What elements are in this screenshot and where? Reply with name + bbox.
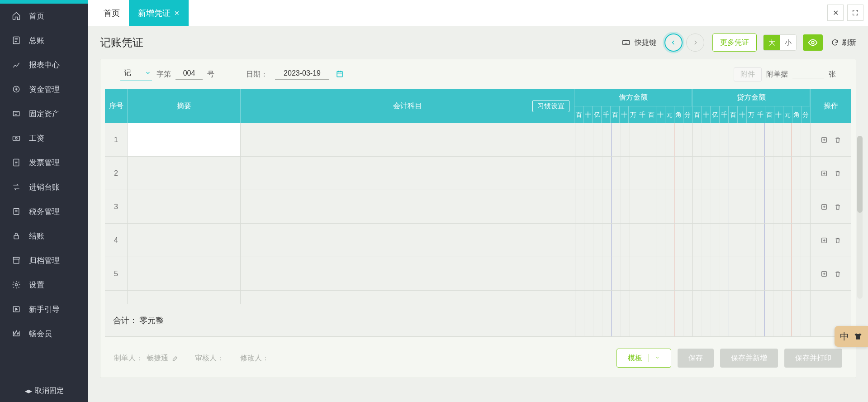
nav-home[interactable]: 首页 bbox=[0, 4, 88, 28]
summary-cell[interactable] bbox=[128, 224, 241, 257]
voucher-type-select[interactable]: 记 bbox=[120, 68, 152, 81]
nav-vip[interactable]: 畅会员 bbox=[0, 321, 88, 346]
attachment-area: 附件 附单据 张 bbox=[734, 67, 836, 81]
save-new-button[interactable]: 保存并新增 bbox=[720, 349, 778, 368]
unit-cell: 十 bbox=[738, 106, 747, 123]
account-cell[interactable] bbox=[241, 291, 575, 304]
summary-input[interactable] bbox=[128, 291, 240, 304]
summary-input[interactable] bbox=[128, 224, 240, 257]
credit-cell[interactable] bbox=[693, 224, 811, 257]
add-row-icon[interactable] bbox=[821, 136, 828, 144]
chevron-down-icon[interactable] bbox=[649, 354, 660, 362]
summary-cell[interactable] bbox=[128, 123, 241, 156]
nav-invoice[interactable]: 发票管理 bbox=[0, 150, 88, 175]
template-button[interactable]: 模板 bbox=[617, 349, 671, 368]
delete-row-icon[interactable] bbox=[834, 203, 841, 211]
table-row[interactable]: 2 bbox=[105, 157, 851, 190]
nav-archive[interactable]: 归档管理 bbox=[0, 248, 88, 273]
page-header: 记账凭证 快捷键 更多凭证 大 小 刷新 bbox=[88, 26, 868, 59]
debit-cell[interactable] bbox=[575, 291, 693, 304]
voucher-number-input[interactable]: 004 bbox=[175, 69, 203, 80]
th-seq: 序号 bbox=[105, 89, 128, 123]
account-cell[interactable] bbox=[241, 123, 575, 156]
add-row-icon[interactable] bbox=[821, 237, 828, 244]
summary-input[interactable] bbox=[128, 157, 240, 190]
delete-row-icon[interactable] bbox=[834, 237, 841, 244]
debit-cell[interactable] bbox=[575, 257, 693, 290]
calendar-button[interactable] bbox=[336, 70, 344, 80]
debit-cell[interactable] bbox=[575, 123, 693, 156]
add-row-icon[interactable] bbox=[821, 170, 828, 177]
nav-reports[interactable]: 报表中心 bbox=[0, 53, 88, 77]
shortcut-button[interactable]: 快捷键 bbox=[621, 38, 656, 48]
account-cell[interactable] bbox=[241, 224, 575, 257]
scrollbar[interactable] bbox=[857, 136, 863, 299]
delete-row-icon[interactable] bbox=[834, 170, 841, 177]
attach-count-input[interactable] bbox=[792, 71, 824, 78]
nav-tax[interactable]: 税务管理 bbox=[0, 199, 88, 224]
attach-button[interactable]: 附件 bbox=[734, 67, 762, 81]
nav-salary[interactable]: 工资 bbox=[0, 126, 88, 150]
nav-settings[interactable]: 设置 bbox=[0, 273, 88, 297]
refresh-button[interactable]: 刷新 bbox=[831, 38, 856, 48]
summary-cell[interactable] bbox=[128, 190, 241, 223]
voucher-date-input[interactable]: 2023-03-19 bbox=[275, 69, 329, 80]
debit-cell[interactable] bbox=[575, 190, 693, 223]
credit-cell[interactable] bbox=[693, 257, 811, 290]
tabs-close-button[interactable]: ✕ bbox=[827, 5, 844, 21]
add-row-icon[interactable] bbox=[821, 203, 828, 211]
summary-cell[interactable] bbox=[128, 157, 241, 190]
size-big[interactable]: 大 bbox=[764, 35, 780, 50]
summary-input[interactable] bbox=[128, 190, 240, 223]
table-row[interactable]: 6 bbox=[105, 291, 851, 304]
summary-input[interactable] bbox=[128, 257, 240, 290]
attach-label: 附单据 bbox=[766, 70, 788, 79]
table-row[interactable]: 4 bbox=[105, 224, 851, 257]
save-button[interactable]: 保存 bbox=[678, 349, 714, 368]
scrollbar-thumb[interactable] bbox=[857, 136, 863, 213]
nav-funds[interactable]: 资金管理 bbox=[0, 77, 88, 101]
fullscreen-button[interactable] bbox=[847, 5, 863, 21]
summary-cell[interactable] bbox=[128, 291, 241, 304]
sidebar-unpin[interactable]: ◂▸ 取消固定 bbox=[0, 379, 88, 402]
credit-cell[interactable] bbox=[693, 123, 811, 156]
nav-guide[interactable]: 新手引导 bbox=[0, 297, 88, 321]
credit-units: 百十亿千百十万千百十元角分 bbox=[693, 106, 810, 123]
nav-inout[interactable]: 进销台账 bbox=[0, 175, 88, 199]
account-cell[interactable] bbox=[241, 257, 575, 290]
unit-cell: 分 bbox=[683, 106, 692, 123]
tab-home[interactable]: 首页 bbox=[95, 0, 129, 26]
more-voucher-button[interactable]: 更多凭证 bbox=[712, 34, 757, 52]
nav-label: 工资 bbox=[29, 133, 44, 144]
delete-row-icon[interactable] bbox=[834, 136, 841, 144]
habit-settings-button[interactable]: 习惯设置 bbox=[532, 100, 569, 112]
debit-cell[interactable] bbox=[575, 224, 693, 257]
summary-input[interactable] bbox=[128, 123, 240, 156]
table-row[interactable]: 3 bbox=[105, 190, 851, 224]
size-small[interactable]: 小 bbox=[780, 35, 796, 50]
account-cell[interactable] bbox=[241, 190, 575, 223]
nav-close[interactable]: 结账 bbox=[0, 224, 88, 248]
voucher-type-value: 记 bbox=[124, 68, 131, 78]
nav-assets[interactable]: 固定资产 bbox=[0, 101, 88, 126]
next-voucher-button[interactable] bbox=[686, 34, 704, 52]
account-cell[interactable] bbox=[241, 157, 575, 190]
table-row[interactable]: 5 bbox=[105, 257, 851, 291]
nav-ledger[interactable]: 总账 bbox=[0, 28, 88, 53]
ime-floater[interactable]: 中 bbox=[835, 326, 868, 347]
add-row-icon[interactable] bbox=[821, 270, 828, 278]
edit-icon[interactable] bbox=[172, 355, 179, 362]
debit-cell[interactable] bbox=[575, 157, 693, 190]
save-print-button[interactable]: 保存并打印 bbox=[784, 349, 842, 368]
summary-cell[interactable] bbox=[128, 257, 241, 290]
prev-voucher-button[interactable] bbox=[664, 34, 683, 52]
credit-cell[interactable] bbox=[693, 157, 811, 190]
credit-cell[interactable] bbox=[693, 190, 811, 223]
credit-cell[interactable] bbox=[693, 291, 811, 304]
table-row[interactable]: 1 bbox=[105, 123, 851, 157]
tab-new-voucher[interactable]: 新增凭证 ✕ bbox=[129, 0, 189, 26]
nav-label: 畅会员 bbox=[29, 329, 52, 339]
delete-row-icon[interactable] bbox=[834, 270, 841, 278]
preview-button[interactable] bbox=[803, 34, 823, 51]
close-icon[interactable]: ✕ bbox=[174, 10, 180, 17]
